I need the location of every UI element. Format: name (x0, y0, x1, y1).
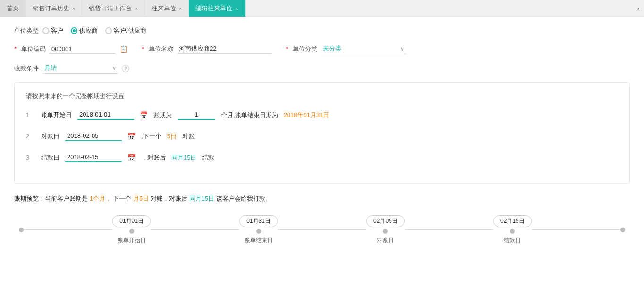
payment-day-highlight: 同月15日 (171, 153, 196, 162)
period-settings-box: 请按照未来的一个完整帐期进行设置 1 账单开始日 📅 账期为 个月,账单结束日期… (14, 82, 630, 184)
tl-node-2-dot (256, 229, 261, 234)
radio-both[interactable]: 客户/供应商 (105, 26, 146, 35)
period-row-1-label: 账单开始日 (41, 111, 72, 119)
period-months-suffix: 个月,账单结束日期为 (221, 111, 278, 119)
tab-edit-partner-label: 编辑往来单位 (195, 4, 232, 13)
tab-bar: 首页 销售订单历史 × 钱货日清工作台 × 往来单位 × 编辑往来单位 × › (0, 0, 644, 17)
unit-type-label: 单位类型 (14, 26, 39, 35)
unit-code-input[interactable] (50, 44, 116, 54)
payment-terms-value: 月结 (44, 64, 110, 72)
payment-suffix: 结款 (202, 153, 214, 162)
reconcile-date-input[interactable] (65, 131, 122, 141)
unit-name-label: 单位名称 (149, 45, 173, 53)
unit-type-group: 单位类型 客户 供应商 客户/供应商 (14, 26, 146, 35)
radio-customer[interactable]: 客户 (42, 26, 63, 35)
unit-name-group: * 单位名称 (142, 44, 271, 54)
payment-terms-label: 收款条件 (14, 64, 39, 73)
tl-node-2-label: 账单结束日 (245, 236, 273, 245)
tl-node-2-pill: 01月31日 (239, 215, 278, 227)
period-row-2-num: 2 (26, 133, 35, 140)
tl-seg-1 (24, 229, 112, 230)
radio-both-label: 客户/供应商 (114, 26, 146, 35)
tab-cash-workbench[interactable]: 钱货日清工作台 × (82, 0, 144, 17)
payment-date-input[interactable] (65, 152, 122, 162)
reconcile-day-highlight: 5日 (167, 132, 177, 141)
period-row-3-num: 3 (26, 154, 35, 161)
category-dropdown-arrow: ∨ (400, 46, 404, 52)
radio-supplier[interactable]: 供应商 (71, 26, 98, 35)
preview-reconcile-day: 月5日 (133, 195, 149, 202)
preview-payment-suffix: 该客户会给我打款。 (216, 195, 271, 202)
tab-cash-workbench-label: 钱货日清工作台 (89, 4, 132, 13)
start-date-input[interactable] (77, 110, 134, 120)
tl-node-3: 02月05日 对账日 (366, 215, 405, 245)
tl-node-3-label: 对账日 (377, 236, 394, 245)
timeline-section: 01月01日 账单开始日 01月31日 账单结束日 02月05日 对账日 02月… (14, 215, 630, 245)
payment-prefix: ，对账后 (141, 153, 166, 162)
radio-customer-label: 客户 (51, 26, 63, 35)
unit-code-label: 单位编码 (21, 45, 46, 53)
unit-category-star: * (286, 45, 288, 52)
tl-node-4: 02月15日 结款日 (493, 215, 532, 245)
end-date-highlight: 2018年01月31日 (284, 111, 330, 119)
tl-node-1-dot (129, 229, 134, 234)
radio-supplier-label: 供应商 (79, 26, 98, 35)
reconcile-prefix: ,下一个 (141, 132, 161, 141)
unit-code-star: * (14, 45, 17, 52)
payment-dropdown-arrow: ∨ (112, 65, 116, 71)
radio-customer-circle (42, 27, 49, 34)
payment-date-cal-icon[interactable]: 📅 (127, 154, 136, 161)
unit-category-label: 单位分类 (293, 45, 317, 53)
tl-node-4-dot (510, 229, 515, 234)
tl-node-1: 01月01日 账单开始日 (112, 215, 151, 245)
tab-cash-workbench-close[interactable]: × (135, 6, 137, 11)
months-input[interactable] (178, 110, 215, 120)
unit-category-dropdown[interactable]: 未分类 ∨ (321, 43, 406, 54)
tab-edit-partner[interactable]: 编辑往来单位 × (189, 0, 245, 17)
start-date-cal-icon[interactable]: 📅 (140, 111, 148, 119)
tab-scroll-arrow[interactable]: › (632, 0, 644, 17)
radio-both-circle (105, 27, 112, 34)
period-row-1: 1 账单开始日 📅 账期为 个月,账单结束日期为 2018年01月31日 (26, 110, 618, 120)
tab-partner-units[interactable]: 往来单位 × (145, 0, 189, 17)
reconcile-suffix: 对账 (182, 132, 195, 141)
preview-text: 账期预览：当前客户账期是 1个月， 下一个 月5日 对账，对账后 同月15日 该… (14, 193, 630, 204)
unit-category-group: * 单位分类 未分类 ∨ (286, 43, 406, 54)
reconcile-date-cal-icon[interactable]: 📅 (127, 133, 136, 140)
tab-partner-units-close[interactable]: × (179, 6, 182, 11)
tab-sales-history[interactable]: 销售订单历史 × (26, 0, 82, 17)
unit-code-copy-icon[interactable]: 📋 (119, 45, 127, 53)
payment-terms-group: 收款条件 月结 ∨ ? (14, 63, 129, 74)
tl-node-1-pill: 01月01日 (112, 215, 151, 227)
period-row-3-label: 结款日 (41, 153, 59, 162)
preview-payment-day: 同月15日 (189, 195, 214, 202)
unit-code-group: * 单位编码 📋 (14, 44, 127, 54)
tl-seg-4 (405, 229, 493, 230)
tl-start-dot (19, 228, 24, 232)
tab-edit-partner-close[interactable]: × (235, 6, 238, 11)
tab-home[interactable]: 首页 (0, 0, 26, 17)
preview-reconcile-suffix: 对账，对账后 (151, 195, 187, 202)
tab-home-label: 首页 (7, 4, 19, 13)
main-content: 单位类型 客户 供应商 客户/供应商 * 单位编码 (0, 17, 644, 287)
tab-sales-history-close[interactable]: × (72, 6, 75, 11)
tl-seg-3 (278, 229, 366, 230)
tl-seg-5 (532, 229, 620, 230)
period-row-1-num: 1 (26, 111, 35, 118)
period-for-label: 账期为 (153, 111, 172, 119)
period-row-2-label: 对账日 (41, 132, 59, 141)
period-row-3: 3 结款日 📅 ，对账后 同月15日 结款 (26, 152, 618, 162)
period-row-2: 2 对账日 📅 ,下一个 5日 对账 (26, 131, 618, 141)
timeline-line-row: 01月01日 账单开始日 01月31日 账单结束日 02月05日 对账日 02月… (19, 215, 625, 245)
preview-reconcile-prefix: 下一个 (113, 195, 131, 202)
period-box-title: 请按照未来的一个完整帐期进行设置 (26, 92, 618, 101)
payment-terms-dropdown[interactable]: 月结 ∨ (42, 63, 118, 74)
unit-name-input[interactable] (177, 44, 271, 54)
unit-category-value: 未分类 (323, 44, 398, 53)
payment-help-icon[interactable]: ? (122, 65, 129, 72)
tl-node-1-label: 账单开始日 (118, 236, 146, 245)
unit-name-star: * (142, 45, 144, 52)
unit-type-row: 单位类型 客户 供应商 客户/供应商 (14, 26, 630, 35)
tl-seg-2 (151, 229, 239, 230)
tl-node-3-dot (383, 229, 388, 234)
